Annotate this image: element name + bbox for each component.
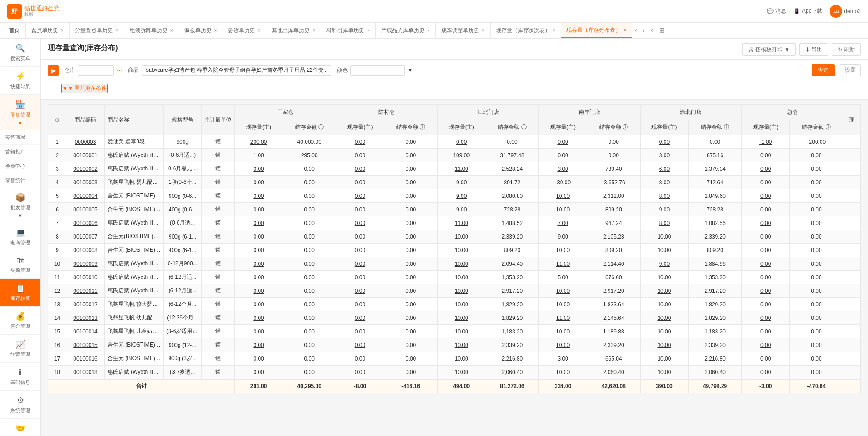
row-tot-stock[interactable]: 0.00 — [741, 338, 790, 352]
row-na-stock[interactable]: 10.00 — [539, 338, 587, 352]
row-jb-stock[interactable]: 10.00 — [438, 325, 486, 338]
sidebar-item-collab[interactable]: 🤝 企业协同 — [0, 419, 40, 436]
row-fac-stock[interactable]: 0.00 — [235, 189, 283, 203]
print-button[interactable]: 🖨 按模板打印 ▼ — [742, 43, 796, 56]
row-tot-stock[interactable]: 0.00 — [741, 257, 790, 271]
row-code[interactable]: 00100008 — [66, 244, 105, 257]
row-chen-stock[interactable]: 0.00 — [336, 298, 384, 311]
sidebar-item-retail-mgmt[interactable]: 🏪 零售管理 ▲ — [0, 95, 40, 130]
close-icon[interactable]: × — [312, 28, 315, 33]
close-icon[interactable]: × — [623, 28, 626, 33]
row-na-stock[interactable]: 0.00 — [539, 135, 587, 149]
tab-home[interactable]: 首页 — [4, 23, 26, 38]
close-icon[interactable]: × — [116, 28, 118, 33]
row-fac-stock[interactable]: 0.00 — [235, 325, 283, 338]
row-code[interactable]: 00100015 — [66, 338, 105, 352]
gear-icon[interactable]: ⚙ — [54, 116, 60, 123]
row-tot-stock[interactable]: 0.00 — [741, 149, 790, 162]
row-chen-stock[interactable]: 0.00 — [336, 135, 384, 149]
row-chen-stock[interactable]: 0.00 — [336, 230, 384, 244]
row-code[interactable]: 00100009 — [66, 257, 105, 271]
sidebar-item-nav[interactable]: ⚡ 快捷导航 — [0, 67, 40, 95]
row-tot-stock[interactable]: 0.00 — [741, 284, 790, 298]
row-tot-stock[interactable]: 0.00 — [741, 311, 790, 325]
row-yb-stock[interactable]: 10.00 — [640, 284, 689, 298]
row-chen-stock[interactable]: 0.00 — [336, 284, 384, 298]
row-chen-stock[interactable]: 0.00 — [336, 311, 384, 325]
row-jb-stock[interactable]: 9.00 — [438, 203, 486, 216]
row-jb-stock[interactable]: 11.00 — [438, 216, 486, 230]
row-na-stock[interactable]: -39.00 — [539, 176, 587, 189]
sidebar-item-ecommerce[interactable]: 💻 电商管理 — [0, 223, 40, 251]
sidebar-item-basics[interactable]: ℹ 基础信息 — [0, 363, 40, 391]
color-input[interactable] — [350, 65, 405, 76]
sidebar-sub-stats[interactable]: 零售统计 — [0, 173, 40, 188]
row-chen-stock[interactable]: 0.00 — [336, 271, 384, 284]
tab-4[interactable]: 调拨单历史 × — [179, 23, 223, 38]
row-jb-stock[interactable]: 0.00 — [438, 135, 486, 149]
row-tot-stock[interactable]: 0.00 — [741, 203, 790, 216]
row-code[interactable]: 00100013 — [66, 311, 105, 325]
row-fac-stock[interactable]: 0.00 — [235, 176, 283, 189]
row-code[interactable]: 00100004 — [66, 189, 105, 203]
row-tot-stock[interactable]: 0.00 — [741, 230, 790, 244]
row-tot-stock[interactable]: 0.00 — [741, 244, 790, 257]
row-code[interactable]: 00100012 — [66, 298, 105, 311]
row-na-stock[interactable]: 3.00 — [539, 352, 587, 366]
row-yb-stock[interactable]: 10.00 — [640, 298, 689, 311]
row-code[interactable]: 00100016 — [66, 352, 105, 366]
message-action[interactable]: 💬 消息 — [767, 7, 786, 15]
row-jb-stock[interactable]: 109.00 — [438, 149, 486, 162]
row-fac-stock[interactable]: 0.00 — [235, 284, 283, 298]
row-tot-stock[interactable]: 0.00 — [741, 176, 790, 189]
row-fac-stock[interactable]: 0.00 — [235, 366, 283, 380]
row-tot-stock[interactable]: 0.00 — [741, 352, 790, 366]
row-yb-stock[interactable]: 10.00 — [640, 366, 689, 380]
tab-8[interactable]: 产成品入库单历史 × — [376, 23, 436, 38]
row-code[interactable]: 00100011 — [66, 284, 105, 298]
warehouse-dots[interactable]: ··· — [117, 66, 123, 75]
row-chen-stock[interactable]: 0.00 — [336, 244, 384, 257]
sidebar-item-search[interactable]: 🔍 搜索英单 — [0, 39, 40, 67]
tab-7[interactable]: 材料出库单历史 × — [321, 23, 376, 38]
row-jb-stock[interactable]: 10.00 — [438, 352, 486, 366]
row-code[interactable]: 00100002 — [66, 162, 105, 176]
row-na-stock[interactable]: 3.00 — [539, 162, 587, 176]
sidebar-item-wholesale[interactable]: 📦 批发管理 ▼ — [0, 188, 40, 223]
row-jb-stock[interactable]: 9.00 — [438, 176, 486, 189]
row-na-stock[interactable]: 7.00 — [539, 216, 587, 230]
sidebar-sub-retail-store[interactable]: 零售商城 — [0, 130, 40, 145]
row-yb-stock[interactable]: 10.00 — [640, 311, 689, 325]
row-yb-stock[interactable]: 10.00 — [640, 338, 689, 352]
row-fac-stock[interactable]: 0.00 — [235, 244, 283, 257]
row-na-stock[interactable]: 10.00 — [539, 298, 587, 311]
row-jb-stock[interactable]: 10.00 — [438, 244, 486, 257]
tab-next-btn[interactable]: › — [640, 27, 647, 34]
row-fac-stock[interactable]: 1.00 — [235, 149, 283, 162]
row-fac-stock[interactable]: 0.00 — [235, 298, 283, 311]
warehouse-input[interactable] — [78, 65, 114, 76]
row-jb-stock[interactable]: 10.00 — [438, 230, 486, 244]
tab-1[interactable]: 盘点单历史 × — [26, 23, 70, 38]
close-icon[interactable]: × — [482, 28, 485, 33]
query-button[interactable]: 查询 — [812, 64, 835, 76]
filter-expand-btn[interactable]: ▶ — [48, 65, 59, 76]
row-chen-stock[interactable]: 0.00 — [336, 216, 384, 230]
row-na-stock[interactable]: 10.00 — [539, 189, 587, 203]
tab-3[interactable]: 组装拆卸单历史 × — [124, 23, 179, 38]
table-container[interactable]: ⚙ 商品编码 商品名称 规格型号 主计量单位 厂家仓 陈村仓 江北门店 南岸门店… — [41, 100, 868, 436]
close-icon[interactable]: × — [258, 28, 260, 33]
sidebar-item-system[interactable]: ⚙ 系统管理 — [0, 391, 40, 419]
export-button[interactable]: ⬇ 导出 — [799, 43, 828, 56]
row-chen-stock[interactable]: 0.00 — [336, 325, 384, 338]
row-tot-stock[interactable]: 0.00 — [741, 216, 790, 230]
row-chen-stock[interactable]: 0.00 — [336, 338, 384, 352]
row-yb-stock[interactable]: 3.00 — [640, 149, 689, 162]
row-chen-stock[interactable]: 0.00 — [336, 366, 384, 380]
app-download-action[interactable]: 📱 App下载 — [793, 7, 822, 15]
sidebar-item-purchase[interactable]: 🛍 采购管理 — [0, 251, 40, 279]
sidebar-sub-member[interactable]: 会员中心 — [0, 159, 40, 173]
tab-9[interactable]: 成本调整单历史 × — [436, 23, 491, 38]
row-tot-stock[interactable]: -1.00 — [741, 135, 790, 149]
close-icon[interactable]: × — [61, 28, 64, 33]
